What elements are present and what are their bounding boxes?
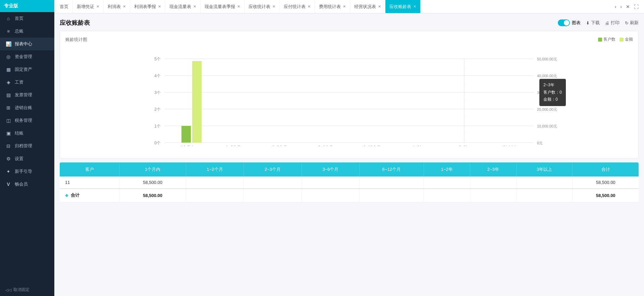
sidebar-item-salary[interactable]: ◈ 工资 (0, 76, 54, 89)
sidebar-label-assets: 固定资产 (15, 66, 32, 72)
sidebar-label-salary: 工资 (15, 79, 23, 85)
sidebar-label-close: 结账 (15, 130, 23, 136)
salary-icon: ◈ (5, 80, 11, 85)
svg-text:3个: 3个 (154, 90, 161, 95)
settings-icon: ⚙ (5, 156, 11, 161)
close-accounts-icon: ▣ (5, 131, 11, 136)
tab-voucher-close[interactable]: ✕ (96, 4, 99, 9)
table-row: 11 58,500.00 58,500.00 (60, 177, 639, 189)
tab-business-stat[interactable]: 经营状况表 ✕ (350, 0, 385, 13)
print-button[interactable]: 🖨 打印 (605, 20, 620, 26)
sidebar-item-assets[interactable]: ▦ 固定资产 (0, 63, 54, 76)
tab-profit-quarter-label: 利润表季报 (134, 4, 156, 10)
chart-toggle[interactable] (558, 19, 570, 26)
col-m3-6: 3~6个月 (302, 162, 359, 177)
tax-icon: ◫ (5, 118, 11, 123)
chart-svg: 0个 1个 2个 3个 4个 5个 0元 10,000.00元 (65, 45, 633, 146)
tab-profit-close[interactable]: ✕ (123, 4, 126, 9)
tab-profit-quarter-close[interactable]: ✕ (158, 4, 161, 9)
chart-toggle-group: 图表 (558, 19, 581, 26)
col-total: 合计 (573, 162, 639, 177)
invoice-icon: ▤ (5, 92, 11, 98)
tab-receivable-stat[interactable]: 应收统计表 ✕ (245, 0, 280, 13)
sidebar-item-funds[interactable]: ◎ 资金管理 (0, 50, 54, 63)
col-m1: 1个月内 (119, 162, 186, 177)
svg-text:2~3年: 2~3年 (459, 145, 470, 146)
footer-label: ◈ 合计 (60, 189, 119, 202)
sidebar-item-home[interactable]: ⌂ 首页 (0, 12, 54, 25)
sidebar-item-vip[interactable]: V 畅会员 (0, 178, 54, 191)
tab-close-all-button[interactable]: ✕ (625, 3, 631, 10)
tab-payable-stat-close[interactable]: ✕ (308, 4, 311, 9)
tab-home[interactable]: 首页 (56, 0, 73, 13)
tab-cashflow-close[interactable]: ✕ (193, 4, 196, 9)
ar-aging-table: 客户 1个月内 1~2个月 2~3个月 3~6个月 6~12个月 1~2年 2~… (60, 162, 639, 202)
tab-cashflow[interactable]: 现金流量表 ✕ (165, 0, 201, 13)
funds-icon: ◎ (5, 54, 11, 59)
svg-text:3年以上: 3年以上 (503, 145, 518, 146)
bar-amount-1 (192, 61, 202, 143)
footer-m1: 58,500.00 (119, 189, 186, 202)
sidebar-label-archive: 归档管理 (15, 143, 32, 149)
svg-text:0元: 0元 (537, 141, 543, 145)
tab-profit-label: 利润表 (108, 4, 121, 10)
row-m6-12 (360, 177, 424, 189)
sidebar-item-guide[interactable]: ✦ 新手引导 (0, 165, 54, 178)
bar-customer-1 (181, 126, 191, 143)
legend-amount: 金额 (620, 37, 633, 42)
col-y1-2: 1~2年 (424, 162, 470, 177)
tab-business-stat-close[interactable]: ✕ (378, 4, 381, 9)
tab-receivable-stat-close[interactable]: ✕ (272, 4, 275, 9)
sidebar-item-settings[interactable]: ⚙ 设置 (0, 152, 54, 165)
tab-payable-stat[interactable]: 应付统计表 ✕ (280, 0, 315, 13)
svg-text:1个: 1个 (154, 124, 161, 129)
svg-text:10,000.00元: 10,000.00元 (537, 124, 557, 128)
legend-amount-label: 金额 (625, 37, 633, 42)
sidebar-item-ledger[interactable]: ≡ 总账 (0, 25, 54, 38)
sidebar-item-archive[interactable]: ⊟ 归档管理 (0, 140, 54, 152)
col-customer: 客户 (60, 162, 119, 177)
col-m2-3: 2~3个月 (244, 162, 302, 177)
tab-ar-aging-close[interactable]: ✕ (413, 4, 416, 9)
download-button[interactable]: ⬇ 下载 (586, 20, 600, 26)
svg-text:3~6个月: 3~6个月 (318, 145, 333, 146)
legend-customer-label: 客户数 (603, 37, 615, 42)
sidebar-label-ledger: 总账 (15, 28, 23, 34)
svg-text:0个: 0个 (154, 141, 161, 145)
sidebar-label-vip: 畅会员 (15, 181, 28, 187)
tab-expense-stat-close[interactable]: ✕ (343, 4, 346, 9)
footer-m2-3 (244, 189, 302, 202)
tab-profit-quarter[interactable]: 利润表季报 ✕ (130, 0, 165, 13)
legend-dot-customer (598, 38, 602, 42)
row-y2-3 (470, 177, 516, 189)
tab-cashflow-quarter[interactable]: 现金流量表季报 ✕ (201, 0, 245, 13)
col-m1-2: 1~2个月 (186, 162, 244, 177)
footer-total: 58,500.00 (573, 189, 639, 202)
sidebar-item-close[interactable]: ▣ 结账 (0, 127, 54, 140)
tab-prev-button[interactable]: ‹ (613, 3, 618, 10)
sidebar-item-invoice[interactable]: ▤ 发票管理 (0, 89, 54, 101)
tab-profit[interactable]: 利润表 ✕ (104, 0, 130, 13)
sidebar-item-tax[interactable]: ◫ 税务管理 (0, 114, 54, 127)
sidebar-pin-toggle[interactable]: ◁◁ 取消固定 (0, 284, 54, 296)
tab-ar-aging[interactable]: 应收账龄表 ✕ (385, 0, 421, 13)
refresh-button[interactable]: ↻ 刷新 (625, 20, 639, 26)
tab-expense-stat[interactable]: 费用统计表 ✕ (315, 0, 350, 13)
tab-home-label: 首页 (60, 4, 68, 10)
tab-cashflow-quarter-close[interactable]: ✕ (237, 4, 240, 9)
sidebar: 专业版 ⌂ 首页 ≡ 总账 📊 报表中心 ◎ 资金管理 ▦ 固定资产 ◈ 工资 … (0, 0, 54, 296)
sidebar-item-reports[interactable]: 📊 报表中心 (0, 38, 54, 50)
header-actions: 图表 ⬇ 下载 🖨 打印 ↻ 刷新 (558, 19, 639, 26)
svg-text:40,000.00元: 40,000.00元 (537, 74, 557, 78)
refresh-label: 刷新 (630, 20, 639, 26)
svg-text:2个: 2个 (154, 107, 161, 112)
tab-maximize-button[interactable]: ⛶ (633, 3, 640, 10)
sidebar-label-tax: 税务管理 (15, 117, 32, 124)
sidebar-item-inventory[interactable]: ⊞ 进销台账 (0, 101, 54, 114)
tab-voucher[interactable]: 新增凭证 ✕ (73, 0, 104, 13)
ledger-icon: ≡ (5, 29, 11, 34)
vip-icon: V (5, 182, 11, 187)
legend-dot-amount (620, 38, 624, 42)
tab-next-button[interactable]: › (619, 3, 623, 10)
page-header: 应收账龄表 图表 ⬇ 下载 🖨 打印 ↻ 刷新 (60, 19, 639, 27)
